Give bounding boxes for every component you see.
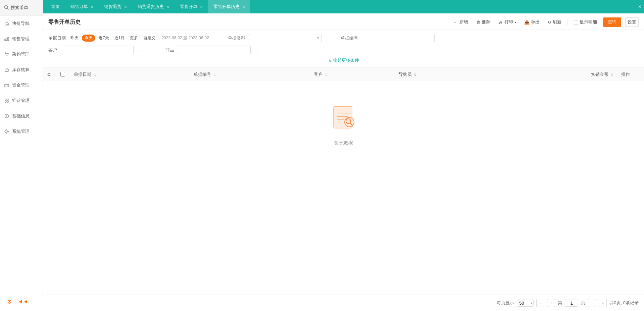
date-filter: 单据日期 昨天 今天 近7天 近1月 更多 自定义 2023-06-02 至 2… — [48, 35, 209, 42]
tab-sales-order[interactable]: 销售订单 ✕ — [65, 0, 99, 13]
col-header-actions: 操作 — [617, 68, 644, 81]
col-date-label: 单据日期 — [74, 72, 91, 77]
sidebar-search[interactable]: 搜索采单 — [0, 0, 43, 16]
doc-type-select[interactable] — [248, 34, 322, 42]
collapse-label: 收起更多条件 — [333, 57, 359, 63]
page-input[interactable] — [565, 300, 578, 307]
svg-rect-8 — [5, 84, 9, 87]
svg-rect-11 — [7, 99, 8, 100]
last-page-button[interactable]: » — [599, 299, 607, 307]
add-button[interactable]: ＋ + 新增 — [451, 18, 470, 27]
sidebar-item-basic-info[interactable]: 基础信息 — [0, 108, 43, 124]
sidebar-item-finance[interactable]: 资金管理 — [0, 77, 43, 93]
page-suffix: 页 — [581, 300, 585, 306]
prev-page-button[interactable]: ‹ — [547, 299, 555, 307]
sidebar-item-purchase-mgmt[interactable]: 采购管理 — [0, 47, 43, 62]
col-date-sort-icon[interactable]: ⇅ — [93, 73, 96, 76]
delete-button[interactable]: 🗑 删除 — [474, 18, 493, 27]
per-page-select[interactable]: 50 10 20 100 — [517, 300, 534, 307]
refresh-button[interactable]: ↻ 刷新 — [546, 18, 563, 27]
print-button[interactable]: 🖨 打印 ▾ — [497, 18, 518, 27]
col-guide-sort-icon[interactable]: ⇅ — [414, 73, 416, 76]
window-close-button[interactable]: ✕ — [638, 4, 641, 9]
sidebar-collapse-button[interactable]: ◄◄ — [17, 296, 28, 307]
select-all-checkbox[interactable] — [60, 72, 65, 76]
date-shortcut-last7days[interactable]: 近7天 — [97, 35, 111, 42]
empty-icon — [327, 101, 360, 135]
customer-label: 客户 — [48, 47, 57, 53]
date-shortcut-today[interactable]: 今天 — [82, 35, 95, 42]
date-shortcut-last1month[interactable]: 近1月 — [112, 35, 127, 42]
customer-input[interactable] — [60, 46, 134, 54]
tab-retail-open-history-label: 零售开单历史 — [213, 4, 240, 10]
date-shortcut-custom[interactable]: 自定义 — [141, 35, 157, 42]
sidebar-item-inventory[interactable]: 库存核算 — [0, 62, 43, 77]
col-customer-label: 客户 — [314, 72, 323, 77]
per-page-label: 每页显示 — [497, 300, 514, 306]
sidebar-item-operations[interactable]: 经营管理 — [0, 93, 43, 108]
wallet-icon — [4, 83, 9, 88]
svg-rect-2 — [5, 39, 6, 41]
tab-sales-return-history-close[interactable]: ✕ — [166, 5, 169, 9]
customer-dots[interactable]: ··· — [136, 47, 140, 52]
goods-dots[interactable]: ··· — [253, 47, 257, 52]
col-header-number: 单据编号 ⇅ — [190, 68, 309, 81]
col-number-sort-icon[interactable]: ⇅ — [213, 73, 216, 76]
date-shortcut-more[interactable]: 更多 — [128, 35, 140, 42]
first-page-button[interactable]: « — [536, 299, 544, 307]
sidebar-item-sales-mgmt[interactable]: 销售管理 — [0, 31, 43, 47]
tab-sales-order-label: 销售订单 — [70, 4, 88, 10]
settings-button[interactable]: 设置 — [625, 17, 639, 27]
next-page-button[interactable]: › — [588, 299, 596, 307]
pagination-total-info: 共0页, 0条记录 — [609, 300, 639, 306]
col-actions-label: 操作 — [621, 72, 630, 77]
info-icon — [4, 113, 9, 119]
tab-retail-open-history-close[interactable]: ✕ — [242, 5, 245, 9]
page-label: 第 — [558, 300, 562, 306]
page-content: 零售开单历史 ＋ + 新增 🗑 删除 🖨 打印 ▾ 📤 导出 — [43, 13, 644, 311]
sidebar-item-label-system: 系统管理 — [12, 128, 30, 135]
sidebar-item-quick-nav[interactable]: 快捷导航 — [0, 16, 43, 31]
home-icon — [4, 21, 9, 26]
main-area: 首页 销售订单 ✕ 销货退货 ✕ 销货退货历史 ✕ 零售开单 ✕ 零售开单历史 … — [43, 0, 644, 311]
date-shortcut-yesterday[interactable]: 昨天 — [68, 35, 81, 42]
table-check-header — [56, 68, 70, 81]
tab-sales-return-history[interactable]: 销货退货历史 ✕ — [132, 0, 175, 13]
display-detail-button[interactable]: 显示明细 — [572, 18, 599, 27]
filter-row-1: 单据日期 昨天 今天 近7天 近1月 更多 自定义 2023-06-02 至 2… — [48, 34, 639, 42]
empty-text: 暂无数据 — [334, 140, 353, 146]
goods-filter: 商品 ··· — [165, 46, 257, 54]
page-header: 零售开单历史 ＋ + 新增 🗑 删除 🖨 打印 ▾ 📤 导出 — [43, 13, 644, 30]
table-area: ⚙ 单据日期 ⇅ 单据编号 ⇅ — [43, 68, 644, 295]
window-min-button[interactable]: — — [626, 4, 630, 9]
doc-number-input[interactable] — [361, 34, 435, 42]
tab-sales-return-close[interactable]: ✕ — [124, 5, 127, 9]
col-header-date: 单据日期 ⇅ — [70, 68, 190, 81]
query-button[interactable]: 查询 — [603, 17, 621, 27]
tab-retail-open-close[interactable]: ✕ — [200, 5, 203, 9]
tab-sales-return[interactable]: 销货退货 ✕ — [99, 0, 132, 13]
col-customer-sort-icon[interactable]: ⇅ — [324, 73, 327, 76]
sidebar-item-system[interactable]: 系统管理 — [0, 124, 43, 139]
date-label: 单据日期 — [48, 35, 66, 41]
sidebar-bottom: ⚙ ◄◄ — [0, 292, 43, 311]
refresh-icon: ↻ — [548, 20, 551, 25]
table-settings-icon[interactable]: ⚙ — [47, 72, 51, 77]
window-controls: — □ ✕ — [626, 4, 641, 9]
pagination: 每页显示 50 10 20 100 « ‹ 第 页 › » 共0页, 0条记录 — [43, 295, 644, 311]
collapse-button[interactable]: ∧ 收起更多条件 — [48, 57, 639, 63]
tab-sales-order-close[interactable]: ✕ — [91, 5, 93, 9]
goods-input[interactable] — [177, 46, 251, 54]
sidebar-settings-button[interactable]: ⚙ — [4, 296, 15, 307]
col-amount-sort-icon[interactable]: ⇅ — [610, 73, 613, 76]
svg-rect-4 — [8, 37, 9, 41]
export-button[interactable]: 📤 导出 — [522, 18, 542, 27]
tab-retail-open-history[interactable]: 零售开单历史 ✕ — [208, 0, 250, 13]
svg-point-16 — [6, 115, 7, 115]
window-max-button[interactable]: □ — [633, 4, 635, 9]
tab-home[interactable]: 首页 — [46, 0, 65, 13]
box-icon — [4, 67, 9, 72]
toolbar-divider — [567, 19, 568, 25]
tab-retail-open-label: 零售开单 — [180, 4, 197, 10]
tab-retail-open[interactable]: 零售开单 ✕ — [175, 0, 208, 13]
